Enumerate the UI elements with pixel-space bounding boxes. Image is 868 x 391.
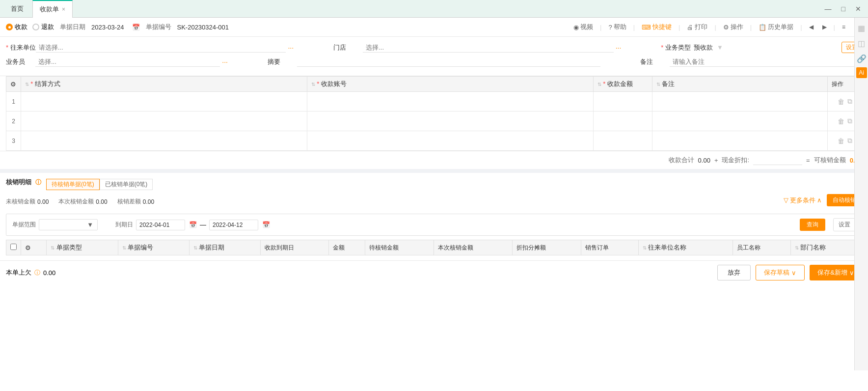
settings-col-header-2[interactable]: ⚙: [21, 240, 47, 255]
notes-cell-3[interactable]: [652, 131, 828, 151]
save-new-arrow-icon[interactable]: ∨: [849, 269, 854, 277]
delete-row-3-btn[interactable]: 🗑: [838, 137, 844, 145]
history-icon: 📋: [759, 24, 766, 31]
prev-record-btn[interactable]: ◀: [806, 23, 816, 31]
cal-to-icon[interactable]: 📅: [262, 221, 270, 228]
abstract-input[interactable]: [297, 57, 600, 67]
settings-col-header[interactable]: ⚙: [6, 77, 21, 92]
action-icon: ⚙: [723, 24, 729, 31]
date-label: 单据日期: [60, 23, 85, 31]
bottom-bar: 本单上欠 ⓘ 0.00 放弃 保存草稿 ∨ 保存&新增 ∨: [0, 260, 868, 284]
copy-row-1-btn[interactable]: ⧉: [847, 97, 852, 106]
save-draft-btn[interactable]: 保存草稿 ∨: [756, 265, 805, 280]
table-settings-icon[interactable]: ⚙: [10, 81, 16, 88]
due-to-input[interactable]: [209, 220, 258, 230]
search-settings-btn[interactable]: 设置: [833, 218, 856, 231]
delete-row-1-btn[interactable]: 🗑: [838, 98, 844, 106]
form-area: * 往来单位 ··· 门店 ··· * 业务类型: [0, 37, 868, 76]
dept-col-header: ⇅ 部门名称: [790, 240, 862, 255]
action-btn[interactable]: ⚙ 操作: [720, 22, 746, 32]
number-col-header: ⇅ 单据编号: [118, 240, 189, 255]
salesperson-more-btn[interactable]: ···: [222, 58, 228, 66]
amount-cell-2[interactable]: [594, 112, 652, 131]
sidebar-layout-icon[interactable]: ◫: [856, 37, 867, 50]
prev-owe-info-icon[interactable]: ⓘ: [34, 269, 40, 277]
due-label: 到期日: [115, 221, 133, 229]
notes-col-header: ⇅ 备注: [652, 77, 828, 92]
query-btn[interactable]: 查询: [800, 219, 825, 231]
biz-type-dropdown-icon[interactable]: ▼: [717, 44, 723, 51]
diff-item: 核销差额 0.00: [117, 197, 154, 206]
minimize-btn[interactable]: —: [822, 4, 835, 14]
total-label: 收款合计: [669, 156, 694, 165]
tab-active[interactable]: 收款单 ×: [32, 0, 73, 18]
delete-row-2-btn[interactable]: 🗑: [838, 117, 844, 125]
row-num-1: 1: [6, 92, 21, 112]
salesperson-input[interactable]: [35, 57, 220, 67]
notes-input[interactable]: [670, 57, 862, 67]
help-btn[interactable]: ? 帮助: [605, 22, 629, 32]
number-value: SK-20230324-001: [177, 24, 229, 31]
account-cell-2[interactable]: [307, 112, 594, 131]
next-record-btn[interactable]: ▶: [819, 23, 830, 31]
due-col-header: 收款到期日: [261, 240, 329, 255]
table-row: 3 🗑 ⧉: [6, 131, 862, 151]
form-row-1: * 往来单位 ··· 门店 ··· * 业务类型: [6, 42, 862, 53]
tab-pending[interactable]: 待核销单据(0笔): [46, 179, 100, 190]
amount-cell-3[interactable]: [594, 131, 652, 151]
range-select[interactable]: ▼: [39, 219, 98, 230]
bottom-settings-icon[interactable]: ⚙: [25, 244, 31, 251]
maximize-btn[interactable]: □: [839, 4, 848, 14]
copy-row-2-btn[interactable]: ⧉: [847, 117, 852, 125]
settlement-cell-3[interactable]: [21, 131, 307, 151]
sort-icon: ⇅: [25, 82, 29, 87]
notes-cell-1[interactable]: [652, 92, 828, 112]
video-btn[interactable]: ◉ 视频: [570, 22, 596, 32]
store-more-btn[interactable]: ···: [616, 44, 622, 52]
due-from-input[interactable]: [136, 220, 185, 230]
notes-cell-2[interactable]: [652, 112, 828, 131]
copy-row-3-btn[interactable]: ⧉: [847, 137, 852, 145]
tab-close-icon[interactable]: ×: [62, 6, 65, 13]
amount-col-header: ⇅ * 收款金额: [594, 77, 652, 92]
equals-sign: =: [806, 157, 810, 164]
checkbox-col-header[interactable]: [6, 240, 21, 255]
partner-input[interactable]: [36, 43, 286, 53]
sidebar-table-icon[interactable]: ▦: [856, 22, 867, 35]
sidebar-ai-icon[interactable]: Ai: [856, 67, 867, 78]
biz-type-label: * 业务类型: [661, 43, 691, 52]
partner-col-header: ⇅ 往来单位名称: [639, 240, 733, 255]
filter-bar: ▽ 更多条件 ∧ 自动核销: [784, 194, 862, 206]
settlement-cell-1[interactable]: [21, 92, 307, 112]
toolbar: 收款 退款 单据日期 2023-03-24 📅 单据编号 SK-20230324…: [0, 18, 868, 37]
discount-col-header: 折扣分摊额: [513, 240, 581, 255]
amount-cell-1[interactable]: [594, 92, 652, 112]
discount-input[interactable]: [753, 155, 802, 165]
partner-label: * 往来单位: [6, 43, 36, 52]
history-btn[interactable]: 📋 历史单据: [756, 22, 796, 32]
sort-icon-4: ⇅: [656, 82, 660, 87]
calendar-icon[interactable]: 📅: [132, 24, 140, 31]
main-content: 收款 退款 单据日期 2023-03-24 📅 单据编号 SK-20230324…: [0, 18, 868, 391]
list-view-btn[interactable]: ≡: [839, 23, 848, 31]
settlement-cell-2[interactable]: [21, 112, 307, 131]
tab-home[interactable]: 首页: [4, 0, 30, 18]
tab-done[interactable]: 已核销单据(0笔): [100, 179, 153, 190]
close-btn[interactable]: ✕: [852, 4, 864, 14]
partner-more-btn[interactable]: ···: [288, 44, 294, 52]
sidebar-link-icon[interactable]: 🔗: [855, 52, 868, 65]
save-draft-arrow-icon[interactable]: ∨: [791, 269, 796, 277]
radio-receive[interactable]: 收款: [6, 23, 27, 31]
store-input[interactable]: [363, 43, 613, 53]
print-btn[interactable]: 🖨 打印: [684, 22, 710, 32]
more-conditions-btn[interactable]: ▽ 更多条件 ∧: [784, 196, 822, 205]
radio-refund[interactable]: 退款: [32, 23, 54, 31]
account-cell-3[interactable]: [307, 131, 594, 151]
abandon-btn[interactable]: 放弃: [717, 265, 751, 280]
account-cell-1[interactable]: [307, 92, 594, 112]
verification-info-icon[interactable]: ⓘ: [35, 178, 41, 187]
shortcut-btn[interactable]: ⌨ 快捷键: [639, 22, 675, 32]
cal-from-icon[interactable]: 📅: [189, 221, 197, 228]
select-all-checkbox[interactable]: [10, 244, 17, 250]
section-title: 核销明细 ⓘ: [6, 178, 41, 187]
